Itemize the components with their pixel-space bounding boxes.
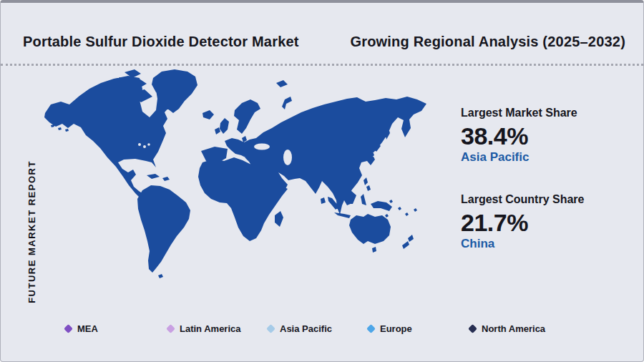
- legend-label: MEA: [77, 323, 98, 334]
- legend-item-north-america: North America: [469, 323, 545, 334]
- infographic-frame: Portable Sulfur Dioxide Detector Market …: [0, 0, 644, 362]
- legend-diamond-icon: [166, 324, 175, 333]
- stat-label: Largest Country Share: [461, 194, 641, 205]
- header: Portable Sulfur Dioxide Detector Market …: [1, 3, 643, 66]
- legend-label: Latin America: [180, 323, 241, 334]
- stat-value: 38.4%: [461, 123, 641, 149]
- legend-label: Europe: [380, 323, 412, 334]
- legend-diamond-icon: [266, 324, 275, 333]
- stat-region: China: [461, 237, 641, 251]
- brand-watermark: FUTURE MARKET REPORT: [26, 160, 37, 303]
- map-legend: MEA Latin America Asia Pacific Europe No…: [1, 323, 643, 336]
- stats-panel: Largest Market Share 38.4% Asia Pacific …: [461, 107, 641, 251]
- legend-item-mea: MEA: [65, 323, 98, 334]
- page-title-market: Portable Sulfur Dioxide Detector Market: [23, 34, 299, 49]
- legend-diamond-icon: [366, 324, 376, 333]
- stat-market-share: Largest Market Share 38.4% Asia Pacific: [461, 107, 641, 165]
- legend-diamond-icon: [64, 324, 73, 333]
- legend-label: North America: [482, 323, 545, 334]
- legend-label: Asia Pacific: [280, 323, 332, 334]
- legend-diamond-icon: [468, 324, 477, 333]
- world-map-land: [44, 69, 426, 278]
- stat-label: Largest Market Share: [461, 107, 641, 119]
- legend-item-asia-pacific: Asia Pacific: [268, 323, 332, 334]
- legend-item-europe: Europe: [368, 323, 412, 334]
- page-title-analysis: Growing Regional Analysis (2025–2032): [350, 34, 625, 49]
- stat-country-share: Largest Country Share 21.7% China: [461, 194, 641, 251]
- stat-region: Asia Pacific: [461, 150, 641, 165]
- legend-item-latin-america: Latin America: [167, 323, 241, 334]
- stat-value: 21.7%: [461, 210, 641, 235]
- world-map: [44, 67, 437, 296]
